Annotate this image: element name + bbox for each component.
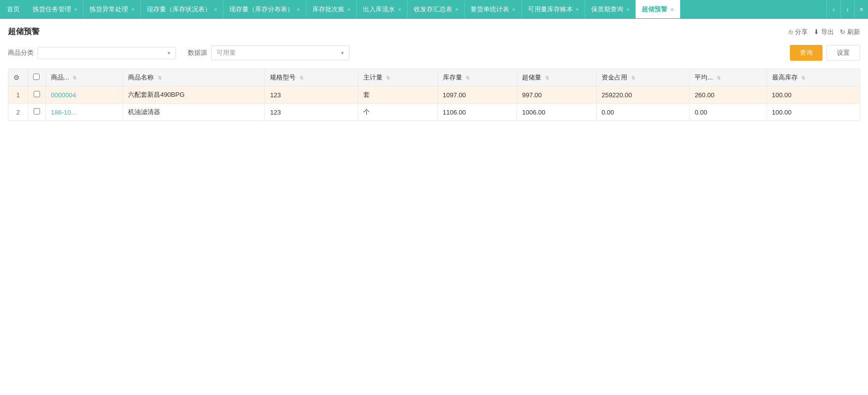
page-header: 超储预警 ⎋ 分享 ⬇ 导出 ↻ 刷新 (8, 27, 860, 37)
row-sku-link[interactable]: 186-10... (51, 109, 76, 116)
tab-inout[interactable]: 出入库流水× (357, 0, 407, 19)
tab-abnormal-close[interactable]: × (131, 6, 134, 12)
row-check[interactable] (28, 86, 46, 104)
category-label: 商品分类 (8, 48, 34, 57)
row-sku[interactable]: 0000004 (46, 86, 123, 104)
refresh-icon: ↻ (840, 28, 845, 36)
row-maxstock: 100.00 (767, 104, 860, 121)
col-header-stock[interactable]: 库存量 ⇅ (437, 69, 517, 86)
tab-overstock[interactable]: 超储预警× (636, 0, 680, 19)
filter-datasource: 数据源 可用量 ▾ (188, 45, 349, 60)
table-body: 10000004六配套新昌490BPG123套1097.00997.002592… (8, 86, 860, 121)
row-sku-link[interactable]: 0000004 (51, 91, 76, 99)
tab-expiry[interactable]: 保质期查询× (585, 0, 636, 19)
col-header-settings: ⚙ (8, 69, 28, 86)
datasource-label: 数据源 (188, 48, 207, 57)
row-capital: 259220.00 (597, 86, 690, 104)
tab-inventory-status-close[interactable]: × (214, 6, 217, 12)
row-stock: 1106.00 (437, 104, 517, 121)
sort-stock-icon: ⇅ (466, 75, 470, 80)
table-row: 10000004六配套新昌490BPG123套1097.00997.002592… (8, 86, 860, 104)
filter-buttons: 查询 设置 (790, 45, 860, 61)
tab-order-stat[interactable]: 要货单统计表× (465, 0, 521, 19)
sort-avg-icon: ⇅ (717, 75, 721, 80)
col-header-name[interactable]: 商品名称 ⇅ (123, 69, 265, 86)
tab-abnormal[interactable]: 拣货异常处理× (84, 0, 140, 19)
filter-row: 商品分类 ▾ 数据源 可用量 ▾ 查询 设置 (8, 45, 860, 61)
tab-expiry-close[interactable]: × (626, 6, 629, 12)
row-name: 六配套新昌490BPG (123, 86, 265, 104)
tab-order-stat-close[interactable]: × (512, 6, 515, 12)
col-header-overstock[interactable]: 超储量 ⇅ (517, 69, 597, 86)
export-button[interactable]: ⬇ 导出 (814, 28, 834, 37)
col-header-avg[interactable]: 平均... ⇅ (690, 69, 767, 86)
col-header-capital[interactable]: 资金占用 ⇅ (597, 69, 690, 86)
col-header-sku[interactable]: 商品... ⇅ (46, 69, 123, 86)
col-header-maxstock[interactable]: 最高库存 ⇅ (767, 69, 860, 86)
row-avg: 0.00 (690, 104, 767, 121)
sort-overstock-icon: ⇅ (545, 75, 549, 80)
nav-arrow-right[interactable]: › (840, 0, 854, 19)
col-header-spec[interactable]: 规格型号 ⇅ (265, 69, 358, 86)
share-button[interactable]: ⎋ 分享 (789, 28, 808, 37)
page-title: 超储预警 (8, 27, 40, 37)
header-actions: ⎋ 分享 ⬇ 导出 ↻ 刷新 (789, 28, 860, 37)
col-header-unit[interactable]: 主计量 ⇅ (358, 69, 437, 86)
nav-home[interactable]: 首页 (0, 5, 27, 14)
select-all-checkbox[interactable] (33, 74, 40, 80)
sort-name-icon: ⇅ (158, 75, 162, 80)
sort-capital-icon: ⇅ (631, 75, 635, 80)
row-checkbox-0[interactable] (34, 91, 40, 97)
tab-inout-close[interactable]: × (398, 6, 401, 12)
row-check[interactable] (28, 104, 46, 121)
refresh-button[interactable]: ↻ 刷新 (840, 28, 860, 37)
share-icon: ⎋ (789, 28, 793, 36)
datasource-select[interactable]: 可用量 ▾ (211, 45, 349, 60)
filter-category: 商品分类 ▾ (8, 47, 176, 59)
category-select[interactable]: ▾ (38, 47, 176, 59)
row-overstock: 997.00 (517, 86, 597, 104)
tab-batch-close[interactable]: × (347, 6, 350, 12)
row-checkbox-1[interactable] (34, 108, 40, 115)
row-unit: 套 (358, 86, 437, 104)
sort-sku-icon: ⇅ (73, 75, 77, 80)
nav-arrow-close[interactable]: × (854, 0, 868, 19)
tab-available-close[interactable]: × (576, 6, 579, 12)
tab-inventory-dist-close[interactable]: × (297, 6, 300, 12)
category-chevron-icon: ▾ (168, 50, 171, 56)
sort-maxstock-icon: ⇅ (801, 75, 805, 80)
row-stock: 1097.00 (437, 86, 517, 104)
row-spec: 123 (265, 104, 358, 121)
tab-inventory-status[interactable]: 现存量（库存状况表）× (141, 0, 223, 19)
nav-arrows: ‹ › × (826, 0, 868, 19)
row-num: 1 (8, 86, 28, 104)
query-button[interactable]: 查询 (790, 45, 823, 61)
gear-icon[interactable]: ⚙ (13, 74, 20, 81)
table-header: ⚙ 商品... ⇅ 商品名称 ⇅ 规格型号 ⇅ 主计量 (8, 69, 860, 86)
row-maxstock: 100.00 (767, 86, 860, 104)
sort-unit-icon: ⇅ (386, 75, 390, 80)
page-content: 超储预警 ⎋ 分享 ⬇ 导出 ↻ 刷新 商品分类 ▾ 数据源 (0, 19, 868, 395)
nav-arrow-left[interactable]: ‹ (826, 0, 840, 19)
row-spec: 123 (265, 86, 358, 104)
tab-inventory-dist[interactable]: 现存量（库存分布表）× (223, 0, 306, 19)
top-navigation: 首页 拣货任务管理×拣货异常处理×现存量（库存状况表）×现存量（库存分布表）×库… (0, 0, 868, 19)
data-table: ⚙ 商品... ⇅ 商品名称 ⇅ 规格型号 ⇅ 主计量 (8, 69, 860, 121)
tab-collect[interactable]: 收发存汇总表× (408, 0, 465, 19)
row-unit: 个 (358, 104, 437, 121)
row-num: 2 (8, 104, 28, 121)
col-header-check (28, 69, 46, 86)
row-overstock: 1006.00 (517, 104, 597, 121)
tab-task[interactable]: 拣货任务管理× (27, 0, 84, 19)
tab-collect-close[interactable]: × (455, 6, 458, 12)
row-name: 机油滤清器 (123, 104, 265, 121)
row-sku[interactable]: 186-10... (46, 104, 123, 121)
tab-task-close[interactable]: × (74, 6, 77, 12)
tab-batch[interactable]: 库存批次账× (306, 0, 357, 19)
sort-spec-icon: ⇅ (300, 75, 304, 80)
tab-overstock-close[interactable]: × (670, 6, 673, 12)
table-row: 2186-10...机油滤清器123个1106.001006.000.000.0… (8, 104, 860, 121)
settings-button[interactable]: 设置 (826, 45, 860, 61)
row-capital: 0.00 (597, 104, 690, 121)
tab-available[interactable]: 可用量库存账本× (522, 0, 585, 19)
